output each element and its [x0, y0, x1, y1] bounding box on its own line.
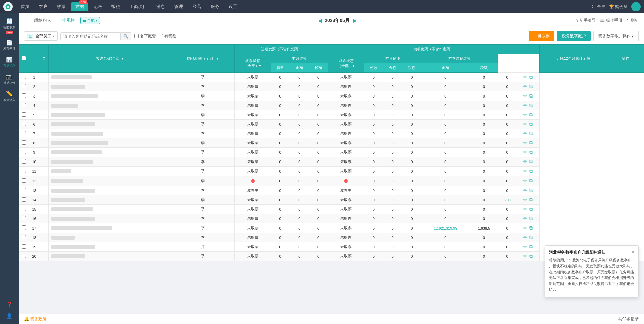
row-checkbox[interactable]	[22, 140, 26, 145]
tax-account-button[interactable]: 税务数字账户	[557, 31, 591, 41]
row-checkbox[interactable]	[22, 207, 26, 211]
nav-receive[interactable]: 收票	[53, 2, 70, 11]
nav-tax[interactable]: 报税	[107, 2, 124, 11]
copy-icon[interactable]: ⧉	[529, 188, 533, 193]
copy-icon[interactable]: ⧉	[529, 84, 533, 89]
row-checkbox[interactable]	[22, 197, 26, 202]
row-checkbox[interactable]	[22, 225, 26, 230]
nav-settings[interactable]: 设置	[225, 2, 241, 11]
copy-icon[interactable]: ⧉	[529, 112, 533, 118]
row-checkbox[interactable]	[22, 169, 26, 173]
tab-small-scale[interactable]: 小规模	[57, 14, 80, 27]
edit-icon[interactable]: ✏	[523, 206, 527, 212]
copy-icon[interactable]: ⧉	[529, 131, 533, 136]
nav-accounting[interactable]: 记账	[89, 2, 106, 11]
copy-icon[interactable]: ⧉	[529, 121, 533, 127]
cumulative-value[interactable]: 5.00	[504, 198, 511, 202]
tax-account-ops-button[interactable]: 税务数字账户操作 ▾	[593, 31, 639, 41]
row-checkbox[interactable]	[22, 216, 26, 220]
edit-icon[interactable]: ✏	[523, 216, 527, 221]
employee-select[interactable]: 全 全部员工 ▾	[24, 31, 58, 41]
edit-icon[interactable]: ✏	[523, 159, 527, 165]
edit-icon[interactable]: ✏	[523, 121, 527, 127]
search-input[interactable]	[60, 32, 121, 40]
red-amount-value[interactable]: 12,621,319.99	[434, 226, 457, 230]
search-button[interactable]: 🔍	[121, 32, 131, 40]
edit-icon[interactable]: ✏	[523, 197, 527, 203]
nav-invoice[interactable]: 票据 new	[71, 2, 88, 11]
sidebar-item-scan-upload[interactable]: 📷 扫描上传	[1, 71, 18, 87]
copy-icon[interactable]: ⧉	[529, 149, 533, 155]
row-checkbox[interactable]	[22, 75, 26, 79]
copy-icon[interactable]: ⧉	[529, 216, 533, 221]
fullscreen-button[interactable]: ⛶ 全屏	[592, 4, 605, 10]
row-checkbox[interactable]	[22, 159, 26, 164]
sidebar-item-user[interactable]: 👤	[1, 311, 18, 321]
row-checkbox[interactable]	[22, 103, 26, 107]
user-avatar[interactable]	[631, 2, 641, 11]
copy-icon[interactable]: ⧉	[529, 197, 533, 203]
copy-icon[interactable]: ⧉	[529, 253, 533, 259]
prev-period-button[interactable]: ◀	[318, 17, 322, 24]
select-all-checkbox[interactable]	[22, 56, 26, 60]
edit-icon[interactable]: ✏	[523, 244, 527, 250]
sidebar-item-smart-fetch[interactable]: 🧾 智能取票 new	[1, 16, 18, 36]
edit-icon[interactable]: ✏	[523, 253, 527, 259]
next-period-button[interactable]: ▶	[353, 17, 357, 24]
row-checkbox[interactable]	[22, 235, 26, 239]
edit-icon[interactable]: ✏	[523, 112, 527, 118]
copy-icon[interactable]: ⧉	[529, 168, 533, 174]
row-checkbox[interactable]	[22, 150, 26, 154]
nav-home[interactable]: 首页	[17, 2, 34, 11]
row-checkbox[interactable]	[22, 84, 26, 88]
sidebar-item-invoice-summary[interactable]: 📊 票据汇总	[1, 54, 18, 70]
sidebar-item-help[interactable]: ❓	[1, 299, 18, 310]
edit-icon[interactable]: ✏	[523, 103, 527, 108]
edit-icon[interactable]: ✏	[523, 93, 527, 99]
one-click-fetch-button[interactable]: 一键取票	[529, 31, 554, 41]
edit-icon[interactable]: ✏	[523, 168, 527, 174]
nav-client[interactable]: 客户	[35, 2, 52, 11]
copy-icon[interactable]: ⧉	[529, 74, 533, 80]
refresh-button[interactable]: ↻ 刷新	[626, 18, 639, 23]
notification-close-button[interactable]: ×	[632, 250, 634, 255]
checkbox-has-tax-disk[interactable]: 有税盘	[159, 33, 176, 39]
copy-icon[interactable]: ⧉	[529, 235, 533, 240]
row-checkbox[interactable]	[22, 254, 26, 258]
member-button[interactable]: 🏆 购会员	[609, 4, 627, 10]
copy-icon[interactable]: ⧉	[529, 159, 533, 165]
edit-icon[interactable]: ✏	[523, 74, 527, 80]
nav-service[interactable]: 服务	[207, 2, 223, 11]
edit-icon[interactable]: ✏	[523, 225, 527, 231]
row-checkbox[interactable]	[22, 244, 26, 249]
row-checkbox[interactable]	[22, 131, 26, 135]
row-checkbox[interactable]	[22, 178, 26, 183]
edit-icon[interactable]: ✏	[523, 188, 527, 193]
nav-manage[interactable]: 管理	[170, 2, 187, 11]
checkbox-named-account[interactable]: 名下账套	[134, 33, 156, 39]
tab-general-taxpayer[interactable]: 一般纳税人	[24, 14, 57, 27]
nav-business[interactable]: 工商项目	[125, 2, 151, 11]
copy-icon[interactable]: ⧉	[529, 206, 533, 212]
tax-policy-link[interactable]: 🔔 税务政策	[24, 316, 46, 322]
new-guide-button[interactable]: ☆ 新手引导	[575, 18, 596, 23]
edit-icon[interactable]: ✏	[523, 84, 527, 89]
manual-button[interactable]: 📖 操作手册	[600, 18, 622, 23]
edit-icon[interactable]: ✏	[523, 235, 527, 240]
copy-icon[interactable]: ⧉	[529, 178, 533, 184]
edit-icon[interactable]: ✏	[523, 140, 527, 146]
row-checkbox[interactable]	[22, 188, 26, 192]
copy-icon[interactable]: ⧉	[529, 244, 533, 250]
copy-icon[interactable]: ⧉	[529, 140, 533, 146]
edit-icon[interactable]: ✏	[523, 178, 527, 184]
row-checkbox[interactable]	[22, 122, 26, 126]
row-checkbox[interactable]	[22, 93, 26, 98]
row-checkbox[interactable]	[22, 112, 26, 117]
sidebar-item-invoice-open[interactable]: 📄 发票开具	[1, 37, 18, 53]
copy-icon[interactable]: ⧉	[529, 93, 533, 99]
nav-operation[interactable]: 经营	[189, 2, 205, 11]
tab-all-capable[interactable]: ☰ 全能 ▾	[80, 17, 100, 24]
edit-icon[interactable]: ✏	[523, 131, 527, 136]
sidebar-item-invoice-entry[interactable]: ✏️ 票据录入	[1, 88, 18, 104]
nav-message[interactable]: 消息	[152, 2, 169, 11]
